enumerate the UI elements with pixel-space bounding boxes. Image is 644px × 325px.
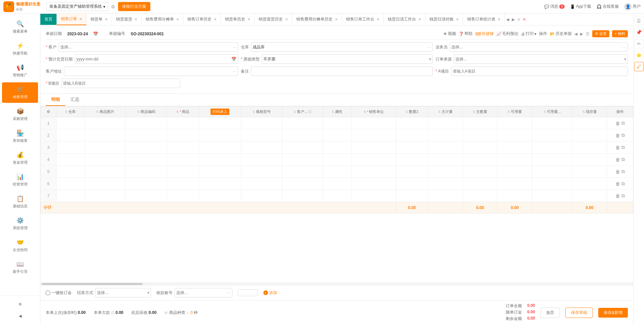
row-3-sales-unit[interactable]	[351, 141, 396, 154]
collection-wrapper[interactable]: ···	[175, 288, 232, 297]
salesperson-input-wrapper[interactable]: ···	[450, 42, 628, 52]
tab-nav-left[interactable]: ◀	[505, 17, 510, 22]
profit-btn[interactable]: 📈 毛利预估	[496, 31, 518, 37]
copy-icon[interactable]: ⧉	[621, 193, 625, 199]
salesperson-dots[interactable]: ···	[622, 44, 626, 50]
sidebar-item-search[interactable]: 🔍 搜索菜单	[2, 17, 38, 37]
row-2-main-qty[interactable]	[463, 129, 497, 141]
row-5-customer-code[interactable]	[282, 166, 323, 178]
payment-chevron-icon[interactable]: ▾	[147, 290, 149, 295]
copy-icon[interactable]: ⧉	[621, 181, 625, 187]
b-project-input[interactable]	[63, 81, 179, 86]
sidebar-item-operations[interactable]: 📊 经营管理	[2, 170, 38, 190]
order-source-input[interactable]	[455, 57, 624, 62]
row-1-attribute[interactable]	[323, 117, 351, 129]
tab-order-workbench[interactable]: 销售订单工作台 ✕	[342, 14, 384, 25]
col-sales-unit[interactable]: ⇅*销售单位	[351, 107, 396, 117]
row-4-customer-code[interactable]	[282, 154, 323, 166]
payment-method-wrapper[interactable]: ▾	[95, 288, 151, 297]
invoice-type-wrapper[interactable]: ▾	[262, 54, 433, 64]
order-source-wrapper[interactable]: ▾	[454, 54, 628, 64]
row-3-warehouse[interactable]	[56, 141, 84, 154]
row-1-warehouse[interactable]	[56, 117, 84, 129]
tab-sales-refund[interactable]: 销货退货 ✕	[112, 14, 142, 25]
row-1-main-qty[interactable]	[463, 117, 497, 129]
calendar-small-icon[interactable]: 📅	[231, 57, 236, 62]
right-panel-btn-1[interactable]: ☰	[634, 16, 644, 26]
right-panel-btn-5[interactable]: 🖊	[634, 62, 644, 71]
customer-input-wrapper[interactable]: ···	[59, 42, 238, 52]
sidebar-item-marketing[interactable]: 📢 营销推广	[2, 60, 38, 81]
row-5-sales-unit[interactable]	[351, 166, 396, 178]
customer-address-wrapper[interactable]: ···	[64, 67, 238, 76]
delete-icon[interactable]: 🗑	[615, 169, 620, 174]
warehouse-input[interactable]	[253, 45, 427, 49]
col-warehouse[interactable]: ⇅仓库	[56, 107, 84, 117]
tab-fee-split[interactable]: 销售费用分摊单 ✕	[142, 14, 183, 25]
row-6-main-unit[interactable]	[428, 178, 462, 190]
row-1-qty2[interactable]	[396, 117, 428, 129]
row-4-main-unit[interactable]	[428, 154, 462, 166]
nav-left-icon[interactable]: ◀	[574, 32, 577, 36]
row-7-warehouse[interactable]	[56, 190, 84, 202]
col-scan[interactable]: 扫码录入	[199, 107, 241, 117]
right-panel-btn-3[interactable]: ✏	[634, 39, 644, 48]
row-4-main-qty[interactable]	[463, 154, 497, 166]
source-chevron-icon[interactable]: ▾	[624, 57, 626, 62]
row-3-customer-code[interactable]	[282, 141, 323, 154]
tab-close-icon-10[interactable]: ✕	[418, 17, 421, 21]
tab-close-all[interactable]: ✕	[521, 17, 527, 22]
col-settings[interactable]: ⚙	[41, 107, 56, 117]
row-1-main-unit[interactable]	[428, 117, 462, 129]
delete-icon[interactable]: 🗑	[615, 181, 620, 187]
table-wrapper[interactable]: ⚙ ⇅仓库 ⇅商品图片 ⇅商品编码 ⇅*商品 扫码录入 ⇅规格型号 ⇅客户...…	[40, 106, 633, 282]
row-4-product[interactable]	[167, 154, 199, 166]
tab-detail[interactable]: 明细	[46, 94, 65, 106]
row-3-qty2[interactable]	[396, 141, 428, 154]
add-button[interactable]: + 添加	[263, 290, 277, 296]
tab-close-icon-8[interactable]: ✕	[335, 17, 338, 21]
scroll-thumb[interactable]	[42, 283, 143, 285]
row-6-spec[interactable]	[241, 178, 282, 190]
sidebar-item-guide[interactable]: 📖 新手引导	[2, 257, 38, 278]
sidebar-item-quick-nav[interactable]: ⚡ 快捷导航	[2, 39, 38, 59]
invoice-chevron-icon[interactable]: ▾	[429, 57, 431, 62]
tab-close-icon-12[interactable]: ✕	[498, 17, 500, 21]
one-click-checkbox-label[interactable]: 一键收订金	[46, 290, 72, 296]
tab-refund-history[interactable]: 销货退货历史 ✕	[255, 14, 292, 25]
sidebar-item-sales[interactable]: 🛒 销售管理	[2, 82, 38, 103]
copy-icon[interactable]: ⧉	[621, 145, 625, 150]
sidebar-item-purchase[interactable]: 📦 采购管理	[2, 104, 38, 125]
row-3-code[interactable]	[126, 141, 167, 154]
row-7-product[interactable]	[167, 190, 199, 202]
sidebar-settings-btn[interactable]: ⚙	[2, 299, 38, 310]
row-3-main-qty[interactable]	[463, 141, 497, 154]
note-wrapper[interactable]	[251, 67, 433, 76]
shortcut-btn[interactable]: ⌨ 快捷键	[475, 31, 494, 37]
delete-icon[interactable]: 🗑	[615, 121, 620, 126]
row-3-spec[interactable]	[241, 141, 282, 154]
history-btn[interactable]: 📂 历史单据	[550, 31, 572, 37]
row-1-code[interactable]	[126, 117, 167, 129]
tab-cash-workbench[interactable]: 钱货日清工作台 ✕	[384, 14, 425, 25]
tab-home[interactable]: 首页	[40, 14, 57, 25]
collection-input[interactable]	[176, 290, 227, 295]
row-6-qty2[interactable]	[396, 178, 428, 190]
delete-icon[interactable]: 🗑	[615, 157, 620, 162]
collection-dots[interactable]: ···	[227, 290, 231, 295]
row-7-attribute[interactable]	[323, 190, 351, 202]
calendar-icon[interactable]: 📅	[93, 32, 98, 36]
row-6-attribute[interactable]	[323, 178, 351, 190]
row-5-spec[interactable]	[241, 166, 282, 178]
col-spec[interactable]: ⇅规格型号	[241, 107, 282, 117]
col-available2[interactable]: ⇅可用量...	[532, 107, 572, 117]
row-1-product[interactable]	[167, 117, 199, 129]
payment-method-input[interactable]	[97, 290, 147, 295]
row-4-code[interactable]	[126, 154, 167, 166]
scan-btn[interactable]: 扫码录入	[211, 109, 229, 115]
system-selector[interactable]: 装备及固定资产辅助管理系统 ▾	[46, 2, 108, 11]
row-7-code[interactable]	[126, 190, 167, 202]
view-btn[interactable]: 👁 视频	[443, 31, 456, 37]
a-project-input[interactable]	[453, 69, 626, 74]
row-2-attribute[interactable]	[323, 129, 351, 141]
